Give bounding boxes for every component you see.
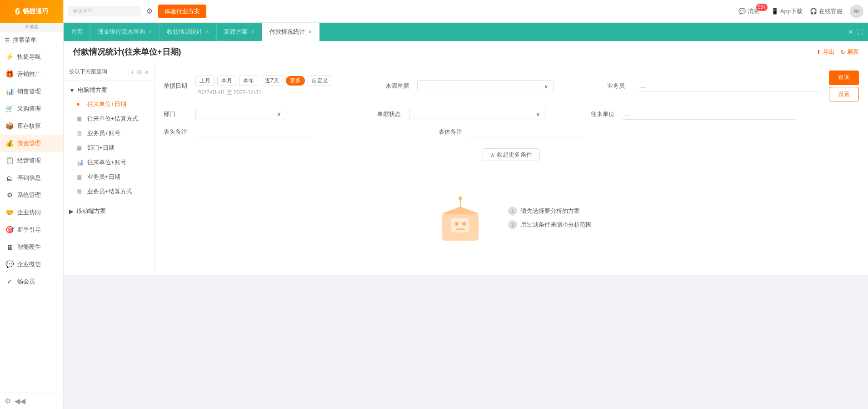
trial-btn[interactable]: 体验行业方案 <box>158 5 206 18</box>
sidebar-item-label: 畅会员 <box>17 278 35 286</box>
query-actions: 查询 设置 <box>829 71 859 101</box>
table-header-note-input[interactable] <box>195 126 309 137</box>
scheme-item-dept-date[interactable]: ▦ 部门+日期 <box>64 141 154 155</box>
page-header: 付款情况统计(往来单位+日期) ⬆ 导出 ↻ 刷新 <box>64 41 868 63</box>
sidebar-item-system[interactable]: ⚙ 系统管理 <box>0 187 63 204</box>
dept-select[interactable]: ∨ <box>195 108 286 120</box>
tab-payment-stats[interactable]: 付款情况统计 × <box>262 23 319 41</box>
query-btn[interactable]: 查询 <box>829 71 859 85</box>
refresh-btn[interactable]: ↻ 刷新 <box>840 48 859 56</box>
content: 付款情况统计(往来单位+日期) ⬆ 导出 ↻ 刷新 按以下方案查询 + <box>64 41 868 409</box>
online-service-label: 在线客服 <box>819 7 843 15</box>
search-icon: ☰ <box>5 37 10 44</box>
body-area: 按以下方案查询 + ⊙ « ▼ 电脑端方案 ● 往来单位+日期 <box>64 63 868 275</box>
tab-expand-icon[interactable]: ⛶ <box>857 28 863 35</box>
partner-label: 往来单位 <box>591 110 618 118</box>
tabbar-actions: ✕ ⛶ <box>843 23 868 41</box>
message-badge: 99+ <box>756 4 768 11</box>
tab-cashflow-close[interactable]: × <box>149 29 152 35</box>
message-action[interactable]: 💬 消息 99+ <box>734 7 764 15</box>
scheme-item-label: 往来单位+账号 <box>87 158 126 167</box>
refresh-label: 刷新 <box>847 48 859 56</box>
sidebar-item-operation[interactable]: 📋 经营管理 <box>0 152 63 169</box>
user-avatar[interactable]: Rit <box>850 5 863 18</box>
scheme-item-partner-settle[interactable]: ▦ 往来单位+结算方式 <box>64 111 154 126</box>
export-btn[interactable]: ⬆ 导出 <box>816 48 835 56</box>
svg-point-8 <box>459 197 462 200</box>
source-doc-select[interactable]: ∨ <box>417 80 554 92</box>
address-bar[interactable]: 畅捷通巧 <box>68 6 141 16</box>
sidebar-item-enterprise[interactable]: 🤝 企业协同 <box>0 204 63 221</box>
tab-receipt-stats-close[interactable]: × <box>206 29 209 35</box>
date-btn-more[interactable]: 更多 <box>286 76 305 86</box>
footer-collapse-icon[interactable]: ◀◀ <box>15 397 25 405</box>
scheme-item-label: 往来单位+日期 <box>87 100 126 108</box>
scheme-section-mobile-header[interactable]: ▶ 移动端方案 <box>64 204 154 218</box>
tab-cashflow[interactable]: 现金银行流水查询 × <box>90 23 160 41</box>
svg-marker-1 <box>442 207 479 213</box>
scheme-collapse-icon[interactable]: « <box>145 68 149 76</box>
date-btn-custom[interactable]: 自定义 <box>308 76 332 86</box>
sidebar-item-member[interactable]: ✓ 畅会员 <box>0 273 63 290</box>
tab-close-all-icon[interactable]: ✕ <box>848 28 853 35</box>
tab-new-scheme[interactable]: 新建方案 × <box>217 23 262 41</box>
sidebar-item-marketing[interactable]: 🎁 营销推广 <box>0 66 63 83</box>
tab-new-scheme-close[interactable]: × <box>251 29 254 35</box>
search-menu[interactable]: ☰ 搜索菜单 <box>0 32 63 48</box>
scheme-item-salesman-date[interactable]: ▦ 业务员+日期 <box>64 170 154 184</box>
filter-row-3: 表头备注 表体备注 <box>164 126 859 137</box>
export-label: 导出 <box>823 48 835 56</box>
filter-doc-status-item: 单据状态 ∨ <box>377 108 582 120</box>
sidebar-item-quick-nav[interactable]: ⚡ 快捷导航 <box>0 48 63 66</box>
filter-partner-item: 往来单位 ... <box>591 109 795 120</box>
scheme-item-partner-account[interactable]: 📊 往来单位+账号 <box>64 155 154 170</box>
scheme-item-salesman-account[interactable]: ▦ 业务员+账号 <box>64 126 154 141</box>
scheme-section-desktop: ▼ 电脑端方案 ● 往来单位+日期 ▦ 往来单位+结算方式 ▦ 业务员+账号 <box>64 81 154 202</box>
date-btn-last-month[interactable]: 上月 <box>195 76 215 86</box>
table-body-note-input[interactable] <box>470 126 584 137</box>
sidebar-item-label: 经营管理 <box>17 157 41 165</box>
sidebar-nav: ⚡ 快捷导航 🎁 营销推广 📊 销售管理 🛒 采购管理 📦 库存核算 💰 资金管… <box>0 48 63 393</box>
sidebar-item-label: 智能硬件 <box>17 243 41 251</box>
empty-illustration-svg <box>431 193 490 247</box>
topbar-settings-icon[interactable]: ⚙ <box>143 5 156 17</box>
sidebar-item-purchase[interactable]: 🛒 采购管理 <box>0 100 63 117</box>
sidebar-item-label: 资金管理 <box>17 139 41 147</box>
quick-nav-icon: ⚡ <box>5 53 14 61</box>
online-service-action[interactable]: 🎧 在线客服 <box>810 7 843 15</box>
sidebar-item-inventory[interactable]: 📦 库存核算 <box>0 117 63 135</box>
table-header-note-label: 表头备注 <box>164 128 191 136</box>
page-actions: ⬆ 导出 ↻ 刷新 <box>816 48 859 56</box>
scheme-item-icon-6: ▦ <box>76 173 84 181</box>
scheme-settings-icon[interactable]: ⊙ <box>137 68 142 76</box>
sidebar-item-wechat[interactable]: 💬 企业微信 <box>0 256 63 273</box>
scheme-panel-title: 按以下方案查询 <box>69 68 107 76</box>
date-btn-this-year[interactable]: 本年 <box>239 76 258 86</box>
sidebar-item-hardware[interactable]: 🖥 智能硬件 <box>0 238 63 256</box>
tab-payment-stats-close[interactable]: × <box>309 29 312 35</box>
tab-receipt-stats[interactable]: 收款情况统计 × <box>160 23 217 41</box>
sidebar-item-finance[interactable]: 💰 资金管理 <box>0 135 63 152</box>
sales-icon: 📊 <box>5 87 14 96</box>
collapse-btn[interactable]: ∧ 收起更多条件 <box>483 148 540 161</box>
sidebar-item-sales[interactable]: 📊 销售管理 <box>0 83 63 100</box>
scheme-item-salesman-settle[interactable]: ▦ 业务员+结算方式 <box>64 184 154 199</box>
scheme-section-desktop-header[interactable]: ▼ 电脑端方案 <box>64 83 154 97</box>
sidebar-item-guide[interactable]: 🎯 新手引导 <box>0 221 63 238</box>
settings-btn[interactable]: 设置 <box>829 87 859 101</box>
tab-home[interactable]: 首页 <box>64 23 90 41</box>
footer-settings-icon[interactable]: ⚙ <box>5 397 11 405</box>
scheme-add-icon[interactable]: + <box>130 68 134 76</box>
scheme-item-partner-date[interactable]: ● 往来单位+日期 <box>64 97 154 111</box>
date-btn-this-month[interactable]: 本月 <box>217 76 236 86</box>
date-btn-7days[interactable]: 近7天 <box>261 76 283 86</box>
scheme-item-label: 业务员+日期 <box>87 173 120 181</box>
app-download-action[interactable]: 📱 App下载 <box>771 7 803 15</box>
scheme-panel: 按以下方案查询 + ⊙ « ▼ 电脑端方案 ● 往来单位+日期 <box>64 63 155 275</box>
empty-illustration <box>431 193 490 247</box>
doc-status-select[interactable]: ∨ <box>409 108 545 120</box>
download-icon: 📱 <box>771 8 778 15</box>
dept-arrow: ∨ <box>277 111 281 117</box>
sidebar-item-label: 系统管理 <box>17 191 41 199</box>
sidebar-item-basic[interactable]: 🗂 基础信息 <box>0 169 63 187</box>
